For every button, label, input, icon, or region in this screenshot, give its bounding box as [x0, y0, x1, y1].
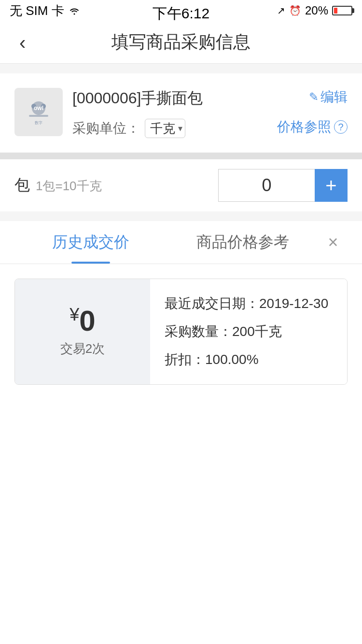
status-time: 下午6:12 — [153, 4, 209, 24]
unit-label: 采购单位： — [72, 119, 140, 138]
svg-rect-4 — [29, 115, 48, 117]
unit-select[interactable]: 千克 — [145, 119, 185, 138]
price-detail-discount: 折扣：100.00% — [165, 350, 333, 370]
page-title: 填写商品采购信息 — [111, 30, 251, 54]
location-icon: ↗ — [277, 5, 285, 16]
product-unit-row: 采购单位： 千克 — [72, 119, 203, 138]
status-right: ↗ ⏰ 20% — [277, 4, 352, 17]
status-bar: 无 SIM 卡 下午6:12 ↗ ⏰ 20% — [0, 0, 362, 21]
price-amount: ¥0 — [70, 306, 95, 336]
detail-date-key: 最近成交日期： — [165, 296, 259, 311]
price-ref-label: 价格参照 — [277, 118, 331, 136]
currency-symbol: ¥ — [70, 305, 79, 324]
tab-product-price-ref-label: 商品价格参考 — [196, 232, 289, 253]
nav-bar: ‹ 填写商品采购信息 — [0, 21, 362, 64]
unit-big-label: 包 — [14, 175, 30, 196]
tab-product-price-ref[interactable]: 商品价格参考 — [167, 221, 319, 264]
price-detail-date: 最近成交日期：2019-12-30 — [165, 294, 333, 314]
alarm-icon: ⏰ — [289, 5, 301, 16]
svg-text:owl: owl — [34, 105, 43, 112]
quantity-section: 包 1包=10千克 + — [0, 159, 362, 211]
wifi-icon — [69, 3, 80, 18]
battery-fill — [334, 8, 337, 14]
product-logo-icon: owl 数字 — [24, 98, 53, 126]
price-card-right: 最近成交日期：2019-12-30 采购数量：200千克 折扣：100.00% — [150, 279, 347, 384]
tab-close-button[interactable]: × — [319, 228, 348, 257]
product-image: owl 数字 — [14, 88, 63, 136]
status-left: 无 SIM 卡 — [10, 2, 80, 19]
svg-text:数字: 数字 — [35, 121, 42, 125]
edit-link[interactable]: ✎ 编辑 — [309, 88, 348, 106]
product-info: [0000006]手撕面包 采购单位： 千克 — [72, 88, 203, 138]
quantity-input[interactable] — [218, 169, 315, 202]
unit-conversion: 1包=10千克 — [36, 178, 102, 195]
main-content — [0, 399, 362, 644]
detail-discount-key: 折扣： — [165, 352, 205, 367]
back-button[interactable]: ‹ — [14, 28, 30, 57]
product-left: owl 数字 [0000006]手撕面包 采购单位： 千克 — [14, 88, 203, 138]
divider-bar — [0, 153, 362, 159]
quantity-plus-button[interactable]: + — [315, 169, 348, 202]
price-detail-qty: 采购数量：200千克 — [165, 322, 333, 342]
tabs-section: 历史成交价 商品价格参考 × ¥0 交易2次 最近成交日期：2019-12-30… — [0, 221, 362, 644]
product-right: ✎ 编辑 价格参照 ? — [277, 88, 348, 136]
tab-history-price-label: 历史成交价 — [52, 232, 129, 253]
price-ref-link[interactable]: 价格参照 ? — [277, 118, 348, 136]
price-card: ¥0 交易2次 最近成交日期：2019-12-30 采购数量：200千克 折扣：… — [14, 279, 348, 385]
carrier-text: 无 SIM 卡 — [10, 2, 64, 19]
unit-select-wrapper[interactable]: 千克 — [145, 119, 185, 138]
edit-icon: ✎ — [309, 90, 319, 104]
battery-pct: 20% — [305, 4, 328, 17]
product-section: owl 数字 [0000006]手撕面包 采购单位： 千克 — [0, 73, 362, 153]
close-icon: × — [328, 232, 338, 252]
quantity-right: + — [218, 169, 348, 202]
product-header: owl 数字 [0000006]手撕面包 采购单位： 千克 — [14, 88, 348, 138]
detail-qty-value: 200千克 — [232, 324, 282, 339]
amount-value: 0 — [79, 305, 95, 337]
detail-date-value: 2019-12-30 — [259, 296, 328, 311]
quantity-left: 包 1包=10千克 — [14, 175, 102, 196]
price-card-left: ¥0 交易2次 — [15, 279, 150, 384]
help-icon: ? — [334, 120, 348, 134]
price-card-container: ¥0 交易2次 最近成交日期：2019-12-30 采购数量：200千克 折扣：… — [0, 264, 362, 399]
battery-icon — [332, 6, 352, 15]
product-name: [0000006]手撕面包 — [72, 88, 203, 109]
price-trades: 交易2次 — [60, 340, 105, 357]
edit-label: 编辑 — [320, 88, 348, 106]
tab-history-price[interactable]: 历史成交价 — [14, 221, 167, 264]
detail-discount-value: 100.00% — [205, 352, 259, 367]
tabs-header: 历史成交价 商品价格参考 × — [0, 221, 362, 264]
detail-qty-key: 采购数量： — [165, 324, 232, 339]
